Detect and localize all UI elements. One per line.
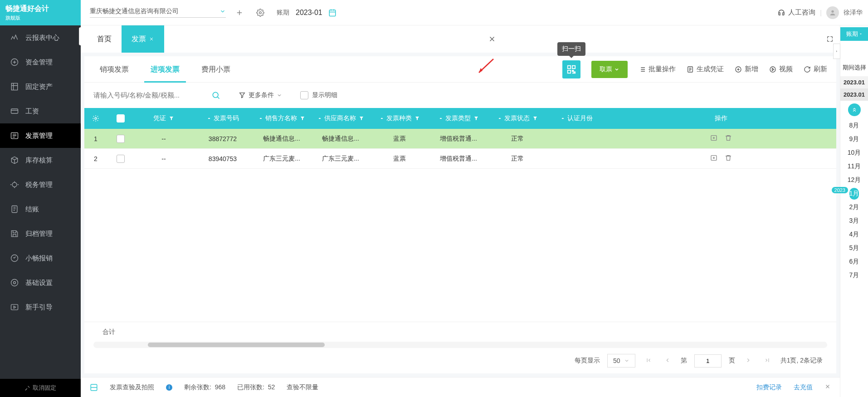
cell-invoice-no: 38872772 xyxy=(193,135,252,142)
scan-qr-button[interactable] xyxy=(562,60,580,78)
sidebar: 云报表中心资金管理固定资产工资发票管理库存核算税务管理结账归档管理小畅报销基础设… xyxy=(0,25,81,397)
col-seller[interactable]: 销售方名称 xyxy=(252,114,311,123)
row-delete-button[interactable] xyxy=(725,154,732,163)
video-button[interactable]: 视频 xyxy=(769,65,793,74)
period-month[interactable]: 7月 xyxy=(840,269,868,282)
col-cert-month[interactable]: 认证月份 xyxy=(547,114,606,123)
period-month[interactable]: 6月 xyxy=(840,255,868,269)
period-calendar-button[interactable] xyxy=(325,5,340,20)
svg-point-18 xyxy=(770,67,775,72)
close-all-tabs-button[interactable] xyxy=(484,31,500,47)
table-header: 凭证 发票号码 销售方名称 供应商名称 xyxy=(84,108,836,129)
svg-rect-5 xyxy=(11,109,18,113)
support-button[interactable]: 人工咨询 xyxy=(777,8,815,17)
col-kind[interactable]: 发票种类 xyxy=(370,114,429,123)
cell-seller: 广东三元麦... xyxy=(252,155,311,163)
sidebar-item-6[interactable]: 税务管理 xyxy=(0,172,81,197)
horizontal-scrollbar[interactable] xyxy=(93,342,827,348)
sidebar-item-11[interactable]: 新手引导 xyxy=(0,295,81,319)
row-checkbox[interactable] xyxy=(107,155,134,163)
close-icon[interactable] xyxy=(149,36,154,42)
period-month[interactable]: 2月 xyxy=(840,201,868,214)
gen-voucher-button[interactable]: 生成凭证 xyxy=(687,65,724,74)
scroll-up-button[interactable] xyxy=(848,103,861,116)
first-page-button[interactable] xyxy=(643,357,654,365)
next-page-button[interactable] xyxy=(742,357,754,365)
sidebar-item-1[interactable]: 资金管理 xyxy=(0,50,81,74)
show-detail-checkbox[interactable]: 显示明细 xyxy=(300,91,337,99)
row-checkbox[interactable] xyxy=(107,135,134,143)
period-month[interactable]: 11月 xyxy=(840,160,868,173)
period-year-b[interactable]: 2023.01 xyxy=(840,88,868,101)
sidebar-item-5[interactable]: 库存核算 xyxy=(0,148,81,172)
refresh-button[interactable]: 刷新 xyxy=(804,65,827,74)
company-name: 重庆畅捷交通信息咨询有限公司 xyxy=(90,7,179,15)
add-company-button[interactable] xyxy=(232,5,247,20)
select-all-checkbox[interactable] xyxy=(107,114,134,123)
sub-tab-1[interactable]: 进项发票 xyxy=(144,56,186,83)
period-month[interactable]: 12月 xyxy=(840,173,868,187)
filter-row: 更多条件 显示明细 xyxy=(84,83,836,108)
sidebar-unpin-button[interactable]: 取消固定 xyxy=(0,379,81,397)
sidebar-item-3[interactable]: 工资 xyxy=(0,99,81,123)
add-button[interactable]: 新增 xyxy=(735,65,758,74)
row-delete-button[interactable] xyxy=(725,134,732,143)
avatar[interactable] xyxy=(826,6,839,19)
sidebar-item-0[interactable]: 云报表中心 xyxy=(0,25,81,50)
col-supplier[interactable]: 供应商名称 xyxy=(311,114,370,123)
sidebar-item-9[interactable]: 小畅报销 xyxy=(0,246,81,270)
column-settings-button[interactable] xyxy=(84,115,107,122)
period-month[interactable]: 10月 xyxy=(840,146,868,160)
row-view-button[interactable] xyxy=(710,154,717,163)
period-panel-collapse[interactable] xyxy=(833,44,840,59)
col-voucher[interactable]: 凭证 xyxy=(134,114,193,123)
more-filters-button[interactable]: 更多条件 xyxy=(239,91,282,99)
triangle-down-icon xyxy=(859,32,863,36)
table-row[interactable]: 1 -- 38872772 畅捷通信息... 畅捷通信息... 蓝票 增值税普通… xyxy=(84,129,836,149)
chevron-down-icon xyxy=(624,358,629,363)
qr-tooltip: 扫一扫 xyxy=(557,42,585,56)
col-status[interactable]: 发票状态 xyxy=(488,114,547,123)
period-month[interactable]: 3月 xyxy=(840,214,868,228)
page-tab-1[interactable]: 发票 xyxy=(122,25,164,53)
period-month[interactable]: 5月 xyxy=(840,241,868,255)
sidebar-item-4[interactable]: 发票管理 xyxy=(0,123,81,148)
col-type[interactable]: 发票类型 xyxy=(429,114,488,123)
settings-button[interactable] xyxy=(253,5,268,20)
info-icon[interactable]: i xyxy=(166,384,172,391)
prev-page-button[interactable] xyxy=(662,357,673,365)
cell-seller: 畅捷通信息... xyxy=(252,135,311,143)
list-icon xyxy=(639,66,646,73)
search-input[interactable] xyxy=(93,91,211,99)
sidebar-item-10[interactable]: 基础设置 xyxy=(0,270,81,295)
company-selector[interactable]: 重庆畅捷交通信息咨询有限公司 xyxy=(90,7,226,18)
filter-icon xyxy=(532,116,538,121)
per-page-select[interactable]: 50 xyxy=(607,354,635,368)
period-month[interactable]: 1月 xyxy=(849,188,859,200)
period-year-a[interactable]: 2023.01 xyxy=(840,76,868,88)
period-month[interactable]: 9月 xyxy=(840,132,868,146)
last-page-button[interactable] xyxy=(761,357,773,365)
col-invoice-no[interactable]: 发票号码 xyxy=(193,114,252,123)
batch-ops-button[interactable]: 批量操作 xyxy=(639,65,676,74)
page-input[interactable] xyxy=(694,354,722,368)
period-month[interactable]: 4月 xyxy=(840,228,868,241)
sidebar-item-7[interactable]: 结账 xyxy=(0,197,81,221)
row-view-button[interactable] xyxy=(710,134,717,143)
svg-rect-13 xyxy=(568,65,571,68)
sub-tab-0[interactable]: 销项发票 xyxy=(93,56,135,83)
search-icon[interactable] xyxy=(211,91,220,100)
search-box xyxy=(93,91,220,100)
fetch-invoice-button[interactable]: 取票 xyxy=(591,61,628,78)
recharge-link[interactable]: 去充值 xyxy=(794,383,813,392)
page-tab-0[interactable]: 首页 xyxy=(87,25,122,53)
bottom-close-button[interactable] xyxy=(824,383,831,391)
sidebar-item-8[interactable]: 归档管理 xyxy=(0,221,81,246)
period-month[interactable]: 8月 xyxy=(840,119,868,132)
scrollbar-thumb[interactable] xyxy=(148,343,325,347)
sidebar-item-2[interactable]: 固定资产 xyxy=(0,74,81,99)
fee-log-link[interactable]: 扣费记录 xyxy=(756,383,782,392)
period-panel-header[interactable]: 账期 xyxy=(840,27,868,41)
sub-tab-2[interactable]: 费用小票 xyxy=(195,56,237,83)
table-row[interactable]: 2 -- 83940753 广东三元麦... 广东三元麦... 蓝票 增值税普通… xyxy=(84,149,836,169)
